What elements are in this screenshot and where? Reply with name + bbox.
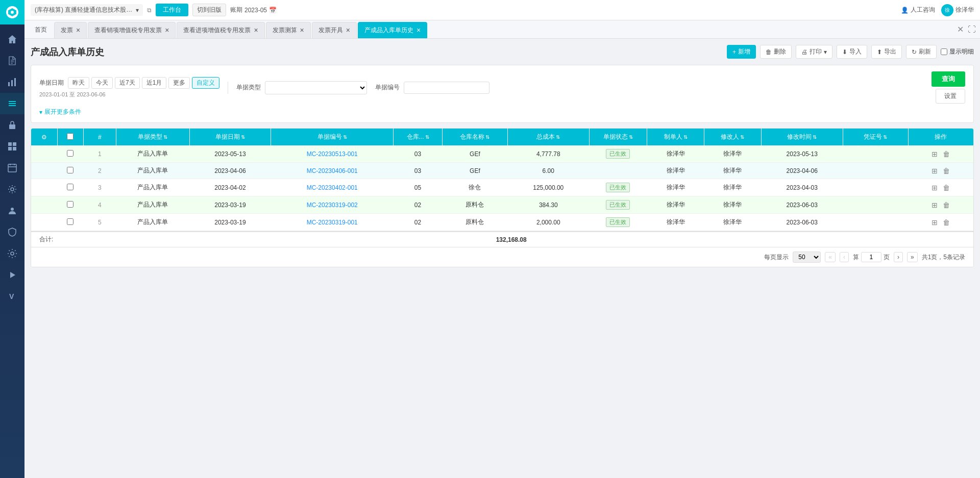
th-date[interactable]: 单据日期⇅ [189,129,271,145]
delete-button[interactable]: 🗑 删除 [760,45,792,59]
sidebar-item-analytics[interactable] [0,71,24,93]
doc-link-1[interactable]: MC-20230406-001 [307,167,358,174]
th-warehouse-id[interactable]: 仓库...⇅ [394,129,443,145]
tab-product-in[interactable]: 产成品入库单历史 × [358,22,427,38]
show-detail-checkbox-group[interactable]: 显示明细 [941,45,974,59]
sidebar-item-settings2[interactable] [0,179,24,200]
sidebar-item-grid[interactable] [0,136,24,157]
code-filter-input[interactable] [404,82,489,94]
th-settings[interactable]: ⚙ [31,129,57,145]
copy-icon[interactable]: ⧉ [147,7,152,14]
date-7days-btn[interactable]: 近7天 [115,77,140,89]
expand-filter-btn[interactable]: ▾ 展开更多条件 [39,108,965,116]
switch-old-button[interactable]: 切到旧版 [192,4,226,16]
th-creator[interactable]: 制单人⇅ [647,129,704,145]
td-checkbox-3[interactable] [57,196,83,214]
td-checkbox-0[interactable] [57,145,83,163]
tab-close-all-button[interactable]: ✕ [957,24,964,34]
select-all-checkbox[interactable] [67,133,74,140]
tab-invoice-calc[interactable]: 发票测算 × [266,22,311,38]
support-button[interactable]: 👤 人工咨询 [901,6,935,14]
sidebar-item-lock[interactable] [0,114,24,136]
doc-link-0[interactable]: MC-20230513-001 [307,150,358,158]
refresh-button[interactable]: ↻ 刷新 [906,45,937,59]
th-total-cost[interactable]: 总成本⇅ [507,129,589,145]
td-code-0[interactable]: MC-20230513-001 [271,145,394,163]
doc-link-3[interactable]: MC-20230319-002 [307,202,358,209]
last-page-button[interactable]: » [907,252,918,262]
import-button[interactable]: ⬇ 导入 [837,45,867,59]
tab-invoice-open[interactable]: 发票开具 × [312,22,357,38]
th-status[interactable]: 单据状态⇅ [589,129,647,145]
view-btn-4[interactable]: ⊞ [930,218,939,227]
user-menu[interactable]: 徐 徐泽华 [941,4,974,16]
th-warehouse-name[interactable]: 仓库名称⇅ [442,129,507,145]
delete-row-btn-1[interactable]: 🗑 [941,167,951,175]
view-btn-1[interactable]: ⊞ [930,167,939,175]
query-button[interactable]: 查询 [932,71,965,87]
sidebar-item-home[interactable] [0,29,24,50]
delete-row-btn-4[interactable]: 🗑 [941,218,951,227]
sidebar-item-gear[interactable] [0,243,24,264]
sidebar-item-play[interactable] [0,264,24,286]
td-checkbox-2[interactable] [57,179,83,196]
th-type[interactable]: 单据类型⇅ [116,129,189,145]
view-btn-3[interactable]: ⊞ [930,201,939,209]
print-button[interactable]: 🖨 打印 ▾ [796,45,832,59]
view-btn-0[interactable]: ⊞ [930,150,939,158]
tab-home[interactable]: 首页 [29,22,53,38]
show-detail-checkbox[interactable] [941,48,947,55]
tab-query-sales-vat[interactable]: 查看销项增值税专用发票 × [88,22,176,38]
date-custom-btn[interactable]: 自定义 [192,77,219,89]
tab-invoice-close[interactable]: × [76,27,80,34]
date-1month-btn[interactable]: 近1月 [142,77,167,89]
date-yesterday-btn[interactable]: 昨天 [68,77,89,89]
sidebar-item-inventory[interactable] [0,93,24,114]
sidebar-item-v[interactable]: V [0,286,24,307]
tab-invoice-calc-close[interactable]: × [300,27,304,34]
th-checkbox[interactable] [57,129,83,145]
th-voucher[interactable]: 凭证号⇅ [843,129,908,145]
date-more-btn[interactable]: 更多 [168,77,190,89]
tab-query-sales-close[interactable]: × [165,27,169,34]
sidebar-item-shield[interactable] [0,221,24,243]
company-selector[interactable]: (库存核算) 直播轻捷通信息技术股份... ▾ [31,4,143,16]
date-today-btn[interactable]: 今天 [91,77,113,89]
tab-query-purchase-close[interactable]: × [254,27,258,34]
tab-invoice-open-close[interactable]: × [346,27,350,34]
th-code[interactable]: 单据编号⇅ [271,129,394,145]
reset-button[interactable]: 设置 [936,89,965,104]
th-modifier[interactable]: 修改人⇅ [704,129,762,145]
td-code-2[interactable]: MC-20230402-001 [271,179,394,196]
delete-row-btn-3[interactable]: 🗑 [941,201,951,209]
delete-row-btn-2[interactable]: 🗑 [941,184,951,192]
row-checkbox-3[interactable] [67,201,74,208]
row-checkbox-2[interactable] [67,184,74,190]
prev-page-button[interactable]: ‹ [840,252,849,262]
row-checkbox-4[interactable] [67,218,74,225]
delete-row-btn-0[interactable]: 🗑 [941,150,951,158]
td-checkbox-4[interactable] [57,214,83,231]
td-code-4[interactable]: MC-20230319-001 [271,214,394,231]
page-input[interactable] [861,252,881,262]
export-button[interactable]: ⬆ 导出 [871,45,902,59]
type-filter-select[interactable] [265,81,367,94]
sidebar-item-user[interactable] [0,200,24,221]
row-checkbox-1[interactable] [67,167,74,173]
row-checkbox-0[interactable] [67,150,74,157]
sidebar-item-calendar[interactable] [0,157,24,179]
td-checkbox-1[interactable] [57,163,83,179]
calendar-icon[interactable]: 📅 [269,7,277,14]
td-code-3[interactable]: MC-20230319-002 [271,196,394,214]
th-mod-time[interactable]: 修改时间⇅ [761,129,843,145]
sidebar-item-documents[interactable] [0,50,24,71]
workbench-button[interactable]: 工作台 [156,4,188,16]
first-page-button[interactable]: « [825,252,836,262]
tab-query-purchase-vat[interactable]: 查看进项增值税专用发票 × [177,22,264,38]
per-page-select[interactable]: 50 20 100 [793,251,821,263]
new-button[interactable]: + 新增 [727,45,756,59]
doc-link-2[interactable]: MC-20230402-001 [307,184,358,191]
doc-link-4[interactable]: MC-20230319-001 [307,219,358,226]
tab-product-in-close[interactable]: × [416,27,421,34]
tab-invoice[interactable]: 发票 × [54,22,87,38]
